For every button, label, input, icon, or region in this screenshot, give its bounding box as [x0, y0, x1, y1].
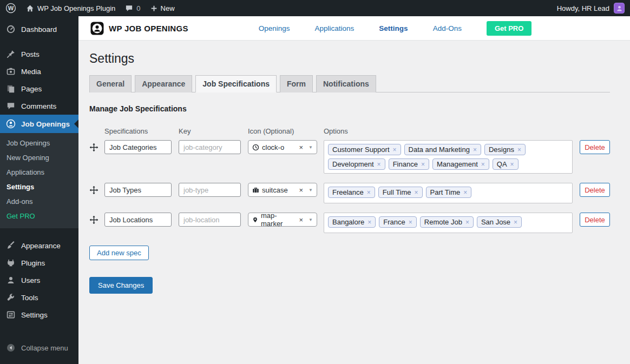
sidebar-item-posts[interactable]: Posts: [0, 45, 78, 63]
submenu-item-job-openings[interactable]: Job Openings: [0, 136, 78, 150]
sidebar-item-job-openings[interactable]: Job Openings: [0, 115, 78, 133]
sidebar-item-media[interactable]: Media: [0, 63, 78, 80]
menu-separator: [0, 38, 78, 45]
options-cell: Customer Support×Data and Marketing×Desi…: [324, 140, 580, 174]
tab-job-specifications[interactable]: Job Specifications: [195, 75, 277, 92]
admin-bar-account[interactable]: Howdy, HR Lead: [557, 3, 630, 14]
collapse-icon: [5, 343, 16, 352]
site-name-label: WP Job Openings Plugin: [37, 4, 115, 12]
tag-remove-icon[interactable]: ×: [510, 161, 514, 168]
plugin-logo[interactable]: WP JOB OPENINGS: [90, 22, 188, 35]
suitcase-icon: [252, 187, 259, 194]
option-tag: San Jose×: [477, 216, 522, 228]
spec-name-cell: [104, 213, 179, 227]
submenu-item-applications[interactable]: Applications: [0, 165, 78, 180]
icon-clear-button[interactable]: ×: [299, 216, 303, 223]
tag-remove-icon[interactable]: ×: [415, 189, 418, 196]
drag-handle-cell: [89, 183, 104, 197]
icon-clear-button[interactable]: ×: [299, 187, 303, 194]
spec-key-input[interactable]: [179, 183, 241, 197]
spec-row-job-locations: map-marker×▼Bangalore×France×Remote Job×…: [89, 213, 610, 233]
delete-button[interactable]: Delete: [580, 183, 610, 197]
comments-admin-button[interactable]: 0: [125, 4, 140, 12]
drag-handle[interactable]: [89, 140, 99, 152]
options-box[interactable]: Bangalore×France×Remote Job×San Jose×: [324, 213, 573, 233]
sidebar-item-comments[interactable]: Comments: [0, 97, 78, 115]
tag-remove-icon[interactable]: ×: [368, 219, 371, 226]
add-spec-row: Add new spec: [89, 246, 610, 260]
collapse-menu-button[interactable]: Collapse menu: [0, 339, 78, 356]
get-pro-button[interactable]: Get PRO: [487, 21, 531, 36]
new-content-button[interactable]: New: [150, 4, 175, 12]
icon-clear-button[interactable]: ×: [299, 144, 303, 151]
admin-bar: W WP Job Openings Plugin 0 New: [0, 0, 630, 16]
delete-button[interactable]: Delete: [580, 213, 610, 227]
option-tag: France×: [379, 216, 416, 228]
sidebar-item-plugins[interactable]: Plugins: [0, 254, 78, 272]
option-tag: Data and Marketing×: [404, 144, 481, 155]
spec-table-header: SpecificationsKeyIcon (Optional)Options: [89, 127, 610, 135]
sidebar-item-appearance[interactable]: Appearance: [0, 237, 78, 254]
tab-notifications[interactable]: Notifications: [316, 75, 376, 92]
delete-button[interactable]: Delete: [580, 140, 610, 154]
option-tag-label: San Jose: [481, 218, 510, 226]
sidebar-item-label: Media: [21, 68, 41, 76]
option-tag: Management×: [432, 158, 489, 170]
drag-handle[interactable]: [89, 213, 99, 224]
spec-row-job-categories: clock-o×▼Customer Support×Data and Marke…: [89, 140, 610, 174]
tag-remove-icon[interactable]: ×: [377, 161, 381, 168]
tag-remove-icon[interactable]: ×: [409, 219, 412, 226]
tab-general[interactable]: General: [89, 75, 132, 92]
tag-remove-icon[interactable]: ×: [481, 161, 485, 168]
posts-icon: [5, 50, 16, 58]
options-box[interactable]: Freelance×Full Time×Part Time×: [324, 183, 573, 203]
wordpress-menu-button[interactable]: W: [5, 3, 16, 14]
site-name-link[interactable]: WP Job Openings Plugin: [26, 4, 115, 12]
sidebar-item-tools[interactable]: Tools: [0, 289, 78, 306]
submenu-item-add-ons[interactable]: Add-ons: [0, 194, 78, 209]
add-new-spec-button[interactable]: Add new spec: [89, 246, 149, 260]
submenu-item-new-opening[interactable]: New Opening: [0, 150, 78, 165]
icon-select[interactable]: clock-o×▼: [248, 140, 317, 154]
spec-key-cell: [179, 183, 248, 197]
spec-name-input[interactable]: [104, 183, 172, 197]
wordpress-admin-page: W WP Job Openings Plugin 0 New: [0, 0, 630, 364]
option-tag-label: Designs: [489, 145, 514, 154]
tag-remove-icon[interactable]: ×: [393, 147, 397, 153]
delete-cell: Delete: [580, 140, 610, 154]
spec-key-input[interactable]: [179, 213, 241, 227]
tag-remove-icon[interactable]: ×: [517, 147, 521, 153]
drag-handle[interactable]: [89, 183, 99, 195]
spec-key-input[interactable]: [179, 140, 241, 154]
header-nav-applications[interactable]: Applications: [315, 24, 355, 32]
sidebar-item-label: Users: [21, 276, 40, 284]
sidebar-item-users[interactable]: Users: [0, 272, 78, 289]
header-nav-openings[interactable]: Openings: [259, 24, 290, 32]
icon-select[interactable]: suitcase×▼: [248, 183, 317, 197]
tab-appearance[interactable]: Appearance: [135, 75, 192, 92]
options-box[interactable]: Customer Support×Data and Marketing×Desi…: [324, 140, 573, 174]
tag-remove-icon[interactable]: ×: [473, 147, 477, 153]
tag-remove-icon[interactable]: ×: [463, 189, 467, 196]
spec-name-input[interactable]: [104, 213, 172, 227]
tag-remove-icon[interactable]: ×: [514, 219, 517, 226]
save-changes-button[interactable]: Save Changes: [89, 277, 153, 294]
icon-select[interactable]: map-marker×▼: [248, 213, 317, 227]
options-cell: Bangalore×France×Remote Job×San Jose×: [324, 213, 580, 233]
header-nav-settings[interactable]: Settings: [379, 24, 408, 32]
sidebar-item-settings[interactable]: Settings: [0, 306, 78, 323]
tab-form[interactable]: Form: [280, 75, 313, 92]
header-nav-add-ons[interactable]: Add-Ons: [433, 24, 462, 32]
submenu-item-settings[interactable]: Settings: [0, 180, 78, 194]
spec-name-input[interactable]: [104, 140, 172, 154]
tag-remove-icon[interactable]: ×: [421, 161, 425, 168]
option-tag: Customer Support×: [328, 144, 401, 155]
sidebar-item-pages[interactable]: Pages: [0, 80, 78, 97]
sidebar-item-dashboard[interactable]: Dashboard: [0, 21, 78, 38]
tag-remove-icon[interactable]: ×: [367, 189, 371, 196]
icon-select-value: map-marker: [261, 211, 296, 228]
sidebar-item-label: Dashboard: [21, 25, 57, 34]
tag-remove-icon[interactable]: ×: [465, 219, 469, 226]
submenu-item-get-pro[interactable]: Get PRO: [0, 209, 78, 223]
home-icon: [26, 4, 34, 12]
